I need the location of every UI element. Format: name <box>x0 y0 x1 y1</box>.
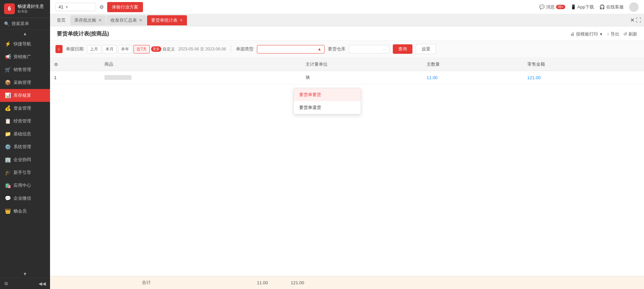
refresh-btn[interactable]: ↺ 刷新 <box>623 31 637 37</box>
row-index: 1 <box>50 71 100 84</box>
collapse-icon[interactable]: ◀◀ <box>39 281 46 286</box>
row-quantity[interactable]: 11.00 <box>423 71 523 84</box>
tab-label: 库存批次账 <box>74 17 96 23</box>
sidebar-item-wechat[interactable]: 💬 企业微信 <box>0 192 50 205</box>
tab-order-stats[interactable]: 要货单统计表 ✕ <box>147 15 187 25</box>
warehouse-label: 要货仓库 <box>328 46 345 52</box>
product-name-blurred <box>104 75 132 80</box>
user-avatar[interactable] <box>629 2 639 12</box>
app-download-btn[interactable]: 📱 App下载 <box>571 4 594 10</box>
sidebar-item-purchase[interactable]: 📦 采购管理 <box>0 76 50 89</box>
date-range-display: 2023-05-06 至 2023-06-06 <box>178 46 226 52</box>
sidebar-item-vip[interactable]: 👑 畅会员 <box>0 205 50 218</box>
app-logo-icon: 6 <box>4 3 15 14</box>
date-btn-last-month[interactable]: 上月 <box>87 45 101 53</box>
sidebar-item-label: 基础信息 <box>14 131 31 137</box>
date-btn-this-month[interactable]: 本月 <box>102 45 117 53</box>
sidebar-item-inventory[interactable]: 📊 库存核算 <box>0 89 50 102</box>
date-filter-label: 单据日期 <box>66 46 84 52</box>
sidebar-scroll-down[interactable]: ▼ <box>0 270 50 278</box>
col-unit: 主计量单位 <box>302 58 422 71</box>
query-btn[interactable]: 查询 <box>393 44 412 54</box>
system-icon: ⚙️ <box>5 144 11 150</box>
footer-quantity-total: 11.00 <box>257 280 291 285</box>
vip-icon: 👑 <box>5 208 11 214</box>
page-content: 要货单统计表(按商品) 🖨 按模板打印 ▼ ↑ 导出 ↺ 刷新 › <box>50 26 644 289</box>
sidebar-item-guide[interactable]: 🎓 新手引导 <box>0 166 50 179</box>
sidebar-item-label: 营销推广 <box>14 54 31 60</box>
sidebar-item-quick-nav[interactable]: ⚡ 快捷导航 <box>0 38 50 50</box>
tab-home[interactable]: 首页 <box>53 15 70 25</box>
appstore-icon: 🛍️ <box>5 182 11 188</box>
page-title: 要货单统计表(按商品) <box>57 30 109 38</box>
wechat-icon: 💬 <box>5 195 11 201</box>
sidebar-item-marketing[interactable]: 📢 营销推广 <box>0 50 50 63</box>
tab-label: 要货单统计表 <box>151 17 177 23</box>
enterprise-icon: 🏢 <box>5 157 11 163</box>
sidebar-item-appstore[interactable]: 🛍️ 应用中心 <box>0 179 50 192</box>
warehouse-input[interactable]: ··· <box>349 45 389 53</box>
tab-close-icon[interactable]: ✕ <box>98 18 102 23</box>
trial-btn[interactable]: 体验行业方案 <box>107 2 143 12</box>
tab-receive-send-summary[interactable]: 收发存汇总表 ✕ <box>106 15 146 25</box>
guide-icon: 🎓 <box>5 170 11 176</box>
sidebar-search-label: 搜索菜单 <box>11 21 29 27</box>
sidebar-search[interactable]: 🔍 搜索菜单 <box>0 18 50 30</box>
sidebar-item-label: 库存核算 <box>14 92 31 98</box>
sidebar-item-label: 应用中心 <box>14 182 31 188</box>
sidebar-scroll-up[interactable]: ▲ <box>0 30 50 38</box>
date-filter-group: 上月 本月 本年 近7天 更多 自定义 <box>87 45 175 53</box>
sidebar-item-system[interactable]: ⚙️ 系统管理 <box>0 140 50 153</box>
tabs-bar: 首页 库存批次账 ✕ 收发存汇总表 ✕ 要货单统计表 ✕ ✕ ⛶ <box>50 14 644 26</box>
doc-type-input[interactable]: ▲ <box>257 45 325 53</box>
tab-close-icon[interactable]: ✕ <box>139 18 142 23</box>
company-selector[interactable]: 41 ▼ <box>55 3 96 11</box>
export-btn[interactable]: ↑ 导出 <box>607 31 620 37</box>
app-sub: 标准版 <box>18 9 44 14</box>
print-template-btn[interactable]: 🖨 按模板打印 ▼ <box>570 31 603 37</box>
sidebar-item-enterprise[interactable]: 🏢 企业协同 <box>0 153 50 166</box>
settings-btn[interactable]: 设置 <box>416 44 436 54</box>
sidebar-item-basics[interactable]: 📁 基础信息 <box>0 128 50 140</box>
messages-badge: 99+ <box>556 5 565 9</box>
settings-icon[interactable]: ⚙ <box>4 281 8 286</box>
sidebar-item-operations[interactable]: 📋 经营管理 <box>0 115 50 128</box>
filter-toggle-btn[interactable]: › <box>55 45 63 53</box>
tab-inventory-batch[interactable]: 库存批次账 ✕ <box>70 15 106 25</box>
sidebar-logo: 6 畅捷通好生意 标准版 <box>0 0 50 18</box>
col-product: 商品 <box>100 58 302 71</box>
tabs-expand-btn[interactable]: ⛶ <box>636 17 641 23</box>
tab-close-icon[interactable]: ✕ <box>180 18 183 23</box>
messages-btn[interactable]: 💬 消息 99+ <box>539 4 565 10</box>
dropdown-item-return-goods[interactable]: 要货单退货 <box>294 101 361 114</box>
sidebar-item-finance[interactable]: 💰 资金管理 <box>0 102 50 115</box>
date-btn-this-year[interactable]: 本年 <box>118 45 132 53</box>
date-btn-7days[interactable]: 近7天 <box>134 45 150 53</box>
tabs-right-actions: ✕ ⛶ <box>630 17 641 23</box>
sidebar-item-sales[interactable]: 🛒 销售管理 <box>0 63 50 76</box>
sidebar-item-label: 企业协同 <box>14 157 31 163</box>
sidebar-item-label: 经营管理 <box>14 118 31 124</box>
doc-type-dropdown: 要货单要货 要货单退货 <box>293 88 361 114</box>
footer-total-label: 合计 <box>142 280 216 286</box>
gear-icon[interactable]: ⚙ <box>54 62 58 67</box>
online-service-btn[interactable]: 🎧 在线客服 <box>599 4 624 10</box>
chevron-down-icon: ▼ <box>599 32 603 36</box>
row-retail-amount[interactable]: 121.00 <box>523 71 644 84</box>
more-options-icon[interactable]: ··· <box>383 47 386 52</box>
footer-retail-total: 121.00 <box>291 280 325 285</box>
dropdown-item-order-goods[interactable]: 要货单要货 <box>294 88 361 101</box>
custom-date-btn[interactable]: 自定义 <box>163 46 175 52</box>
chevron-down-icon: ▼ <box>65 5 69 9</box>
more-dates-badge[interactable]: 更多 <box>151 46 161 52</box>
col-quantity: 主数量 <box>423 58 523 71</box>
row-unit: 块 <box>302 71 422 84</box>
basics-icon: 📁 <box>5 131 11 137</box>
doc-type-label: 单据类型 <box>236 46 254 52</box>
doc-type-arrow-icon[interactable]: ▲ <box>317 47 321 51</box>
tabs-close-all-btn[interactable]: ✕ <box>630 17 635 23</box>
sidebar-item-label: 销售管理 <box>14 67 31 73</box>
topbar: 41 ▼ ⚙ 体验行业方案 💬 消息 99+ 📱 App下载 🎧 在线客服 <box>50 0 644 14</box>
topbar-gear-icon[interactable]: ⚙ <box>99 4 104 10</box>
doc-type-text-field[interactable] <box>260 47 317 52</box>
